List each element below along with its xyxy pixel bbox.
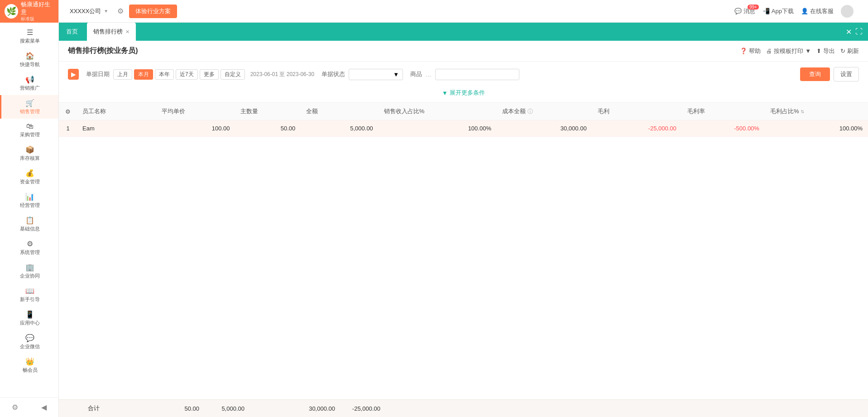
goods-more-icon[interactable]: … bbox=[426, 71, 432, 78]
sidebar-item-inventory[interactable]: 📦 库存核算 bbox=[0, 142, 58, 165]
footer-main-qty: 50.00 bbox=[168, 405, 205, 412]
sidebar-item-enterprise[interactable]: 🏢 企业协同 bbox=[0, 259, 58, 283]
sidebar-item-apps[interactable]: 📱 应用中心 bbox=[0, 307, 58, 330]
sidebar-item-sales[interactable]: 🛒 销售管理 bbox=[0, 95, 58, 119]
sidebar-item-basic[interactable]: 📋 基础信息 bbox=[0, 212, 58, 236]
sidebar-item-finance[interactable]: 💰 资金管理 bbox=[0, 165, 58, 189]
app-header: XXXXX公司 ▼ ⚙ 体验行业方案 💬 消息 99+ 📲 App下载 👤 在线… bbox=[59, 0, 868, 23]
app-download-button[interactable]: 📲 App下载 bbox=[762, 7, 794, 15]
filter-right-buttons: 查询 设置 bbox=[800, 67, 859, 81]
sidebar-collapse-button[interactable]: ◀ bbox=[39, 401, 48, 413]
sidebar: 🌿 畅康通好生意 标准版 ☰ 搜索菜单 🏠 快捷导航 📢 营销推广 🛒 销售管理… bbox=[0, 0, 59, 417]
marketing-icon: 📢 bbox=[25, 75, 34, 84]
sidebar-settings-button[interactable]: ⚙ bbox=[10, 401, 20, 413]
export-button[interactable]: ⬆ 导出 bbox=[816, 47, 835, 55]
sales-pct-cell: 100.00% bbox=[379, 120, 497, 137]
sidebar-item-search[interactable]: ☰ 搜索菜单 bbox=[0, 24, 58, 48]
header-right: 💬 消息 99+ 📲 App下载 👤 在线客服 bbox=[734, 5, 861, 18]
sidebar-item-guide[interactable]: 📖 新手引导 bbox=[0, 283, 58, 307]
filter-bar: ▶ 单据日期 上月 本月 本年 近7天 更多 自定义 2023-06-01 至 … bbox=[59, 62, 868, 103]
footer-cost: 30,000.00 bbox=[295, 405, 340, 412]
avg-price-cell: 100.00 bbox=[156, 120, 235, 137]
trial-button[interactable]: 体验行业方案 bbox=[129, 5, 177, 18]
sidebar-item-operation[interactable]: 📊 经营管理 bbox=[0, 189, 58, 212]
logo-text: 畅康通好生意 标准版 bbox=[21, 1, 54, 22]
sidebar-item-purchase[interactable]: 🛍 采购管理 bbox=[0, 119, 58, 142]
tab-bar: 首页 销售排行榜 ✕ ✕ ⛶ bbox=[59, 23, 868, 41]
this-month-btn[interactable]: 本月 bbox=[134, 69, 153, 80]
print-button[interactable]: 🖨 按模板打印 ▼ bbox=[766, 47, 811, 55]
print-dropdown-icon: ▼ bbox=[805, 48, 811, 54]
user-avatar[interactable] bbox=[841, 5, 854, 18]
app-download-icon: 📲 bbox=[762, 8, 770, 14]
help-icon: ❓ bbox=[740, 48, 747, 54]
col-avg-price: 平均单价 bbox=[156, 103, 235, 120]
filter-expand-arrow[interactable]: ▶ bbox=[68, 69, 79, 80]
app-download-label: App下载 bbox=[772, 7, 794, 15]
page-actions: ❓ 帮助 🖨 按模板打印 ▼ ⬆ 导出 ↻ 刷新 bbox=[740, 47, 859, 55]
footer-label: 合计 bbox=[82, 404, 128, 412]
employee-name-cell: Eam bbox=[77, 120, 156, 137]
operation-icon: 📊 bbox=[25, 192, 34, 201]
col-settings[interactable]: ⚙ bbox=[59, 103, 77, 120]
query-button[interactable]: 查询 bbox=[800, 67, 830, 81]
status-filter: 单据状态 ▼ bbox=[321, 69, 403, 80]
status-select[interactable]: ▼ bbox=[349, 69, 403, 80]
last-7-days-btn[interactable]: 近7天 bbox=[176, 69, 198, 80]
custom-btn[interactable]: 自定义 bbox=[221, 69, 245, 80]
sidebar-item-member[interactable]: 👑 畅会员 bbox=[0, 354, 58, 377]
sidebar-item-system[interactable]: ⚙ 系统管理 bbox=[0, 236, 58, 259]
profit-pct-sort-icon[interactable]: ⇅ bbox=[801, 109, 804, 114]
col-sales-pct: 销售收入占比% bbox=[379, 103, 497, 120]
this-year-btn[interactable]: 本年 bbox=[155, 69, 174, 80]
online-service-button[interactable]: 👤 在线客服 bbox=[801, 7, 834, 15]
table-header: ⚙ 员工名称 平均单价 主数量 全额 销售收入占比% 成本全额 ⓘ 毛利 毛利率… bbox=[59, 103, 868, 120]
expand-more-button[interactable]: ▼ 展开更多条件 bbox=[442, 89, 485, 97]
data-table-container: ⚙ 员工名称 平均单价 主数量 全额 销售收入占比% 成本全额 ⓘ 毛利 毛利率… bbox=[59, 103, 868, 399]
col-profit: 毛利 bbox=[592, 103, 682, 120]
help-button[interactable]: ❓ 帮助 bbox=[740, 47, 761, 55]
sales-icon: 🛒 bbox=[25, 99, 34, 107]
main-content: XXXXX公司 ▼ ⚙ 体验行业方案 💬 消息 99+ 📲 App下载 👤 在线… bbox=[59, 0, 868, 417]
purchase-icon: 🛍 bbox=[26, 122, 34, 130]
table-footer: 合计 50.00 5,000.00 30,000.00 -25,000.00 bbox=[59, 399, 868, 417]
col-cost: 成本全额 ⓘ bbox=[497, 103, 592, 120]
tab-home[interactable]: 首页 bbox=[59, 23, 85, 41]
last-month-btn[interactable]: 上月 bbox=[113, 69, 132, 80]
tab-close-icon[interactable]: ✕ bbox=[125, 29, 129, 35]
finance-icon: 💰 bbox=[25, 169, 34, 177]
message-badge: 99+ bbox=[748, 5, 759, 10]
sidebar-bottom: ⚙ ◀ bbox=[0, 397, 58, 417]
status-dropdown-icon: ▼ bbox=[393, 71, 399, 78]
header-settings-icon[interactable]: ⚙ bbox=[117, 7, 124, 15]
service-label: 在线客服 bbox=[810, 7, 834, 15]
main-qty-cell: 50.00 bbox=[235, 120, 301, 137]
refresh-button[interactable]: ↻ 刷新 bbox=[840, 47, 859, 55]
enterprise-icon: 🏢 bbox=[25, 263, 34, 272]
app-logo: 🌿 畅康通好生意 标准版 bbox=[0, 0, 58, 23]
tab-sales-ranking[interactable]: 销售排行榜 ✕ bbox=[87, 23, 136, 41]
message-button[interactable]: 💬 消息 99+ bbox=[734, 7, 755, 15]
apps-icon: 📱 bbox=[25, 310, 34, 319]
tab-minimize-icon[interactable]: ✕ bbox=[846, 28, 852, 36]
goods-input[interactable] bbox=[435, 69, 519, 80]
company-name: XXXXX公司 bbox=[70, 7, 101, 15]
cost-info-icon[interactable]: ⓘ bbox=[528, 108, 533, 115]
more-btn[interactable]: 更多 bbox=[200, 69, 219, 80]
col-employee-name: 员工名称 bbox=[77, 103, 156, 120]
cost-cell: 30,000.00 bbox=[497, 120, 592, 137]
status-label: 单据状态 bbox=[321, 70, 345, 78]
page-header: 销售排行榜(按业务员) ❓ 帮助 🖨 按模板打印 ▼ ⬆ 导出 ↻ 刷新 bbox=[59, 41, 868, 62]
tab-expand-icon[interactable]: ⛶ bbox=[855, 28, 863, 36]
filter-row-1: ▶ 单据日期 上月 本月 本年 近7天 更多 自定义 2023-06-01 至 … bbox=[68, 67, 859, 81]
page-content: 销售排行榜(按业务员) ❓ 帮助 🖨 按模板打印 ▼ ⬆ 导出 ↻ 刷新 bbox=[59, 41, 868, 417]
sidebar-item-marketing[interactable]: 📢 营销推广 bbox=[0, 72, 58, 95]
home-icon: 🏠 bbox=[25, 52, 34, 60]
amount-cell: 5,000.00 bbox=[301, 120, 379, 137]
filter-settings-button[interactable]: 设置 bbox=[834, 67, 859, 81]
sidebar-item-quick-nav[interactable]: 🏠 快捷导航 bbox=[0, 48, 58, 72]
company-selector[interactable]: XXXXX公司 ▼ bbox=[66, 5, 112, 17]
system-icon: ⚙ bbox=[27, 240, 33, 248]
sidebar-item-wechat[interactable]: 💬 企业微信 bbox=[0, 330, 58, 354]
date-buttons: 上月 本月 本年 近7天 更多 自定义 bbox=[113, 69, 245, 80]
